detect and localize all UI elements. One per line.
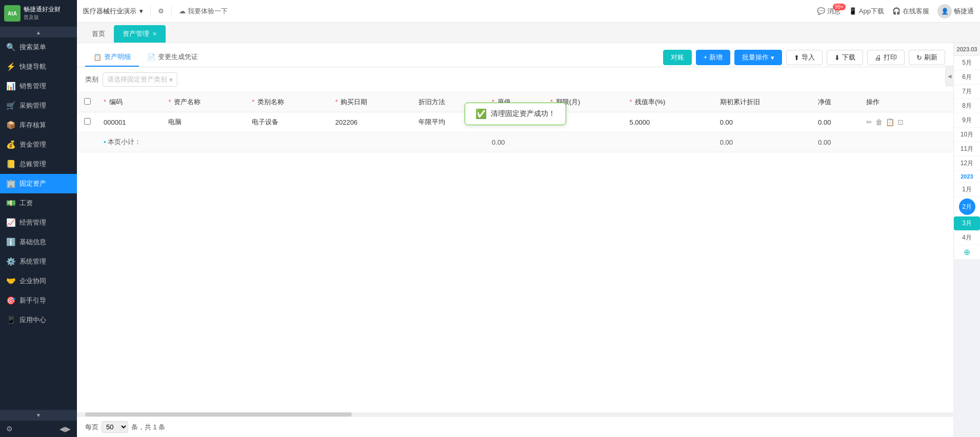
sidebar-logo: AtA 畅捷通好业财 普及版	[0, 0, 77, 27]
settings-icon[interactable]: ⚙	[6, 425, 13, 433]
sidebar-item-quick-nav[interactable]: ⚡ 快捷导航	[0, 57, 77, 76]
select-all-checkbox[interactable]	[84, 98, 91, 105]
sidebar-item-system[interactable]: ⚙️ 系统管理	[0, 252, 77, 271]
sub-tab-asset-detail[interactable]: 📋 资产明细	[85, 48, 139, 67]
edit-button[interactable]: ✏	[866, 118, 872, 126]
import-button[interactable]: ⬆ 导入	[786, 50, 823, 65]
sidebar-item-enterprise[interactable]: 🤝 企业协同	[0, 271, 77, 291]
subtotal-row: ▪ 本页小计： 0.00 0.00 0.00	[77, 132, 953, 152]
new-button[interactable]: + 新增	[696, 50, 730, 65]
table-wrap: ✅ 清理固定资产成功！ * 编码	[77, 92, 953, 412]
sidebar-bottom: ⚙ ◀▶	[0, 420, 77, 437]
sidebar-item-guide[interactable]: 🎯 新手引导	[0, 291, 77, 310]
sidebar-item-purchase[interactable]: 🛒 采购管理	[0, 96, 77, 115]
tab-asset[interactable]: 资产管理 ✕	[114, 25, 166, 43]
cal-9[interactable]: 9月	[954, 113, 980, 128]
scrollbar-thumb[interactable]	[85, 412, 352, 416]
message-icon: 💬	[817, 7, 825, 15]
company-selector[interactable]: 医疗器械行业演示 ▾	[83, 7, 143, 16]
message-btn[interactable]: 💬 消息 99+	[817, 7, 841, 16]
topbar: 医疗器械行业演示 ▾ ⚙ ☁ 我要体验一下 💬 消息 99+ 📱 App下载 🎧…	[77, 0, 980, 23]
header-category: * 类别名称	[246, 92, 329, 112]
cal-4[interactable]: 4月	[954, 231, 980, 245]
reconcile-button[interactable]: 对账	[663, 50, 692, 65]
sub-tabs-right: 对账 + 新增 批量操作 ▾ ⬆ 导入 ⬇ 下载 🖨	[663, 50, 945, 65]
cal-12[interactable]: 12月	[954, 156, 980, 171]
success-toast: ✅ 清理固定资产成功！	[465, 103, 566, 125]
sidebar-item-operations[interactable]: 📈 经营管理	[0, 213, 77, 232]
expand-down-icon[interactable]: ⊕	[964, 247, 970, 257]
cell-code: 000001	[97, 112, 162, 132]
panel-collapse-button[interactable]: ◀	[945, 66, 953, 86]
row-checkbox	[77, 112, 97, 132]
delete-button[interactable]: 🗑	[875, 118, 883, 126]
sidebar-item-search[interactable]: 🔍 搜索菜单	[0, 37, 77, 57]
content-area: 📋 资产明细 📄 变更生成凭证 对账 + 新增 批量操作 ▾	[77, 43, 980, 437]
header-code: * 编码	[97, 92, 162, 112]
sidebar-item-app-center[interactable]: 📱 应用中心	[0, 310, 77, 330]
sidebar-scroll-up[interactable]: ▲	[0, 27, 77, 37]
sidebar-item-payroll[interactable]: 💵 工资	[0, 193, 77, 213]
row-action-buttons: ✏ 🗑 📋 ⊡	[866, 118, 947, 126]
settings-gear-icon[interactable]: ⚙	[158, 7, 164, 15]
cal-year-2023[interactable]: 2023	[954, 171, 980, 183]
sub-tab-change-voucher[interactable]: 📄 变更生成凭证	[139, 48, 206, 67]
cal-8[interactable]: 8月	[954, 99, 980, 113]
cal-5[interactable]: 5月	[954, 56, 980, 70]
toast-message: 清理固定资产成功！	[491, 109, 555, 118]
basic-info-icon: ℹ️	[6, 237, 15, 247]
tab-home[interactable]: 首页	[83, 25, 114, 43]
sidebar-item-inventory[interactable]: 📦 库存核算	[0, 115, 77, 135]
cal-11[interactable]: 11月	[954, 142, 980, 156]
cal-3-current[interactable]: 3月	[954, 216, 980, 231]
tab-close-icon[interactable]: ✕	[152, 31, 157, 37]
cal-7[interactable]: 7月	[954, 85, 980, 99]
sub-tabs-left: 📋 资产明细 📄 变更生成凭证	[85, 48, 206, 67]
cell-accumulated: 0.00	[714, 112, 812, 132]
refresh-button[interactable]: ↻ 刷新	[909, 50, 945, 65]
online-service-btn[interactable]: 🎧 在线客服	[892, 7, 929, 16]
sidebar-item-basic-info[interactable]: ℹ️ 基础信息	[0, 232, 77, 252]
app-download-icon: 📱	[849, 7, 857, 15]
cell-category: 电子设备	[246, 112, 329, 132]
right-panel: 2023.03 5月 6月 7月 8月 9月 10月 11月 12月 2023 …	[953, 43, 980, 259]
download-button[interactable]: ⬇ 下载	[827, 50, 863, 65]
cal-6[interactable]: 6月	[954, 70, 980, 85]
change-voucher-icon: 📄	[147, 53, 155, 61]
sidebar-scroll-down[interactable]: ▼	[0, 410, 77, 420]
more-button[interactable]: ⊡	[897, 118, 904, 126]
tabs-bar: 首页 资产管理 ✕	[77, 23, 980, 43]
copy-button[interactable]: 📋	[886, 118, 894, 126]
user-avatar[interactable]: 👤 畅捷通	[937, 4, 974, 18]
header-name: * 资产名称	[162, 92, 246, 112]
header-actions: 操作	[860, 92, 953, 112]
total-info: 条，共 1 条	[131, 423, 165, 432]
sidebar-item-fixed-assets[interactable]: 🏢 固定资产	[0, 174, 77, 193]
cal-1[interactable]: 1月	[954, 183, 980, 197]
table-horizontal-scrollbar[interactable]	[77, 412, 953, 416]
collapse-icon[interactable]: ◀▶	[59, 425, 71, 433]
experience-btn[interactable]: ☁ 我要体验一下	[179, 7, 228, 16]
per-page-select[interactable]: 50 10 20 100	[102, 421, 128, 433]
app-download-btn[interactable]: 📱 App下载	[849, 7, 884, 16]
sidebar: AtA 畅捷通好业财 普及版 ▲ 🔍 搜索菜单 ⚡ 快捷导航 📊 销售管理 🛒 …	[0, 0, 77, 437]
funds-icon: 💰	[6, 140, 15, 149]
batch-button[interactable]: 批量操作 ▾	[734, 50, 782, 65]
category-filter-select[interactable]: 请选择固定资产类别 ▾	[103, 72, 177, 87]
cal-2[interactable]: 2月	[959, 198, 975, 215]
sidebar-item-funds[interactable]: 💰 资金管理	[0, 135, 77, 154]
cal-10[interactable]: 10月	[954, 128, 980, 142]
sidebar-item-ledger[interactable]: 📒 总账管理	[0, 154, 77, 174]
row-select-checkbox[interactable]	[84, 118, 91, 125]
category-filter-label: 类别	[85, 75, 98, 84]
print-button[interactable]: 🖨 打印	[867, 50, 905, 65]
topbar-divider2	[171, 6, 172, 16]
header-purchase-date: * 购买日期	[329, 92, 413, 112]
subtotal-actions	[860, 132, 953, 152]
sidebar-item-sales[interactable]: 📊 销售管理	[0, 76, 77, 96]
ledger-icon: 📒	[6, 160, 15, 169]
main-area: 医疗器械行业演示 ▾ ⚙ ☁ 我要体验一下 💬 消息 99+ 📱 App下载 🎧…	[77, 0, 980, 437]
topbar-right: 💬 消息 99+ 📱 App下载 🎧 在线客服 👤 畅捷通	[817, 4, 974, 18]
logo-icon: AtA	[4, 5, 21, 22]
logo-text: 畅捷通好业财 普及版	[24, 6, 61, 21]
